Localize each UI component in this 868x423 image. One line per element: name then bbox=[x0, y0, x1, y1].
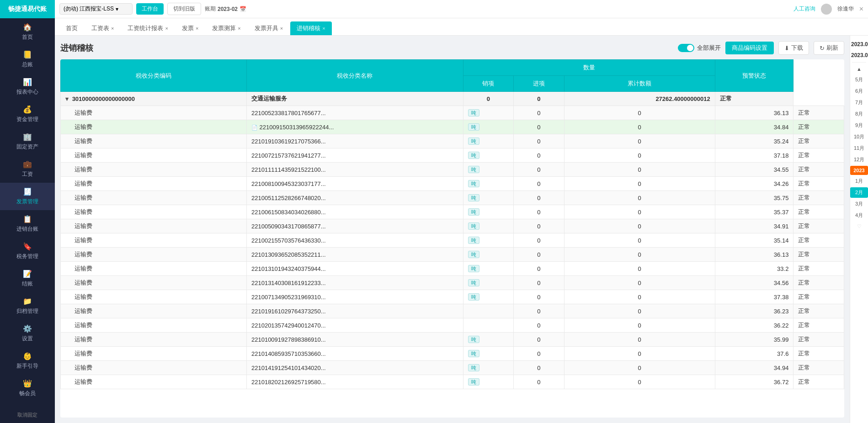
col-cumulative: 累计数额 bbox=[564, 76, 715, 92]
right-panel-up-arrow[interactable]: ▲ bbox=[850, 64, 868, 74]
table-row: 运输费 221013093652085352211... 吨 00 36.13正… bbox=[61, 248, 844, 262]
top-bar-right: 人工咨询 徐逢华 × bbox=[793, 4, 863, 15]
right-panel-month-7[interactable]: 7月 bbox=[850, 97, 868, 108]
company-selector[interactable]: (勿动) 江西报宝-LSS ▾ bbox=[59, 3, 133, 15]
row-sales-0: 0 bbox=[514, 106, 564, 120]
right-panel-month-1[interactable]: 1月 bbox=[850, 176, 868, 186]
col-purchase: 进项 bbox=[514, 76, 564, 92]
table-row: 运输费 221011111435921522100... 吨 00 34.55正… bbox=[61, 163, 844, 177]
right-panel-month-12[interactable]: 12月 bbox=[850, 154, 868, 165]
archive-icon: 📁 bbox=[23, 297, 32, 306]
refresh-btn[interactable]: ↻ 刷新 bbox=[814, 41, 844, 55]
sidebar-item-settlement[interactable]: 📝 结账 bbox=[0, 265, 55, 292]
table-row: 运输费 221019161029764373250... 00 36.23正常 bbox=[61, 304, 844, 318]
tab-home-label: 首页 bbox=[66, 24, 78, 32]
right-panel-month-11[interactable]: 11月 bbox=[850, 143, 868, 153]
tab-payroll-report[interactable]: 工资统计报表 × bbox=[121, 21, 174, 35]
row-sales-1: 0 bbox=[514, 120, 564, 134]
right-panel-month-9[interactable]: 9月 bbox=[850, 120, 868, 131]
tab-invoice[interactable]: 发票 × bbox=[176, 21, 205, 35]
workbench-button[interactable]: 工作台 bbox=[136, 3, 164, 15]
tab-payroll-report-close[interactable]: × bbox=[165, 26, 168, 31]
right-panel-month-6[interactable]: 6月 bbox=[850, 86, 868, 96]
tab-invoice-close[interactable]: × bbox=[196, 26, 198, 31]
expand-icon[interactable]: ▾ bbox=[65, 95, 69, 102]
tab-invoice-issue[interactable]: 发票开具 × bbox=[248, 21, 289, 35]
right-panel-month-4[interactable]: 4月 bbox=[850, 210, 868, 221]
right-panel-month-3[interactable]: 3月 bbox=[850, 199, 868, 209]
sidebar-item-report-center[interactable]: 📊 报表中心 bbox=[0, 73, 55, 100]
page-actions: 全部展开 商品编码设置 ⬇ 下载 ↻ 刷新 bbox=[678, 41, 844, 55]
sidebar-item-payroll[interactable]: 💼 工资 bbox=[0, 155, 55, 183]
tab-invoice-issue-label: 发票开具 bbox=[255, 24, 278, 32]
table-row: 运输费 221007215737621941277... 吨 00 37.18正… bbox=[61, 148, 844, 163]
sidebar-item-archive-mgmt[interactable]: 📁 归档管理 bbox=[0, 292, 55, 320]
page-title: 进销稽核 bbox=[60, 42, 93, 53]
group-code: ▾ 3010000000000000000 bbox=[61, 92, 247, 106]
sidebar-item-home[interactable]: 🏠 首页 bbox=[0, 18, 55, 46]
tab-invoice-label: 发票 bbox=[182, 24, 194, 32]
tab-invoice-calc[interactable]: 发票测算 × bbox=[206, 21, 247, 35]
refresh-label: 刷新 bbox=[826, 44, 838, 52]
table-row: 运输费 221005233817801765677... 吨 0 0 36.13… bbox=[61, 106, 844, 120]
tab-home[interactable]: 首页 bbox=[59, 21, 84, 35]
row-status-0: 正常 bbox=[793, 106, 844, 120]
row-name-1: 运输费 bbox=[61, 120, 247, 134]
right-panel-month-2[interactable]: 2月 bbox=[850, 187, 868, 198]
sidebar-pin-toggle[interactable]: 取消固定 bbox=[0, 407, 55, 423]
right-panel-month-8[interactable]: 8月 bbox=[850, 109, 868, 119]
sidebar-item-fund-mgmt[interactable]: 💰 资金管理 bbox=[0, 100, 55, 128]
col-tax-name: 税收分类名称 bbox=[246, 60, 463, 92]
tab-payroll-close[interactable]: × bbox=[111, 26, 114, 31]
tab-invoice-calc-close[interactable]: × bbox=[238, 26, 240, 31]
sidebar-item-purchase-label: 进销台账 bbox=[16, 225, 38, 233]
company-name: (勿动) 江西报宝-LSS bbox=[64, 5, 114, 13]
right-panel-month-10[interactable]: 10月 bbox=[850, 132, 868, 142]
file-icon: 📄 bbox=[251, 125, 258, 130]
switch-old-button[interactable]: 切到旧版 bbox=[167, 3, 201, 15]
tab-reconcile-label: 进销稽核 bbox=[297, 24, 320, 32]
table-wrapper: 税收分类编码 税收分类名称 数量 预警状态 销项 进项 累计数额 bbox=[60, 59, 844, 418]
col-tax-code: 税收分类编码 bbox=[61, 60, 247, 92]
sidebar-item-general-ledger[interactable]: 📒 总账 bbox=[0, 46, 55, 73]
settings-icon: ⚙️ bbox=[23, 324, 32, 333]
expand-toggle[interactable]: 全部展开 bbox=[678, 44, 721, 52]
period-info: 账期 2023-02 📅 bbox=[205, 5, 246, 13]
row-tag-1: 吨 bbox=[463, 120, 514, 134]
tab-payroll-report-label: 工资统计报表 bbox=[128, 24, 163, 32]
sidebar-item-settings[interactable]: ⚙️ 设置 bbox=[0, 320, 55, 347]
tab-purchase-sales-reconcile[interactable]: 进销稽核 × bbox=[290, 21, 331, 35]
right-panel-month-5[interactable]: 5月 bbox=[850, 74, 868, 85]
table-row: 运输费 221006150834034026880... 吨 00 35.37正… bbox=[61, 205, 844, 219]
table-row: 运输费 221002155703576436330... 吨 00 35.14正… bbox=[61, 233, 844, 248]
sidebar-item-new-guide[interactable]: 👶 新手引导 bbox=[0, 347, 55, 375]
row-purchase-0: 0 bbox=[564, 106, 715, 120]
table-row: 运输费 221014085935710353660... 吨 00 37.6正常 bbox=[61, 347, 844, 361]
sidebar-item-purchase-sales[interactable]: 📋 进销台账 bbox=[0, 210, 55, 238]
group-name: 交通运输服务 bbox=[246, 92, 463, 106]
support-button[interactable]: 人工咨询 bbox=[793, 5, 815, 13]
download-btn[interactable]: ⬇ 下载 bbox=[778, 41, 809, 55]
top-bar: (勿动) 江西报宝-LSS ▾ 工作台 切到旧版 账期 2023-02 📅 人工… bbox=[55, 0, 868, 18]
sidebar-item-settlement-label: 结账 bbox=[22, 280, 33, 288]
toggle-track[interactable] bbox=[678, 44, 694, 52]
sidebar-item-tax-mgmt[interactable]: 🔖 税务管理 bbox=[0, 238, 55, 265]
row-invoice-1: 📄 221009150313965922244... bbox=[246, 120, 463, 134]
table-row: 运输费 221007134905231969310... 吨 00 37.38正… bbox=[61, 290, 844, 304]
close-button[interactable]: × bbox=[859, 5, 863, 13]
sidebar: 畅捷通易代账 🏠 首页 📒 总账 📊 报表中心 💰 资金管理 🏢 固定资产 💼 … bbox=[0, 0, 55, 423]
sidebar-item-member[interactable]: 👑 畅会员 bbox=[0, 375, 55, 402]
tab-reconcile-close[interactable]: × bbox=[322, 26, 325, 31]
sidebar-item-fixed-assets[interactable]: 🏢 固定资产 bbox=[0, 128, 55, 155]
tab-payroll[interactable]: 工资表 × bbox=[85, 21, 120, 35]
assets-icon: 🏢 bbox=[23, 132, 32, 141]
sidebar-item-invoice-mgmt[interactable]: 🧾 发票管理 bbox=[0, 183, 55, 210]
member-icon: 👑 bbox=[23, 379, 32, 388]
right-panel-year-2023[interactable]: 2023 bbox=[850, 166, 868, 175]
calendar-icon[interactable]: 📅 bbox=[240, 6, 246, 12]
right-panel-heart-icon: ♡ bbox=[850, 222, 868, 231]
tab-invoice-issue-close[interactable]: × bbox=[280, 26, 283, 31]
dropdown-icon: ▾ bbox=[116, 6, 118, 12]
table-row: 运输费 221013140308161912233... 吨 00 34.56正… bbox=[61, 276, 844, 290]
goods-code-btn[interactable]: 商品编码设置 bbox=[725, 42, 774, 54]
